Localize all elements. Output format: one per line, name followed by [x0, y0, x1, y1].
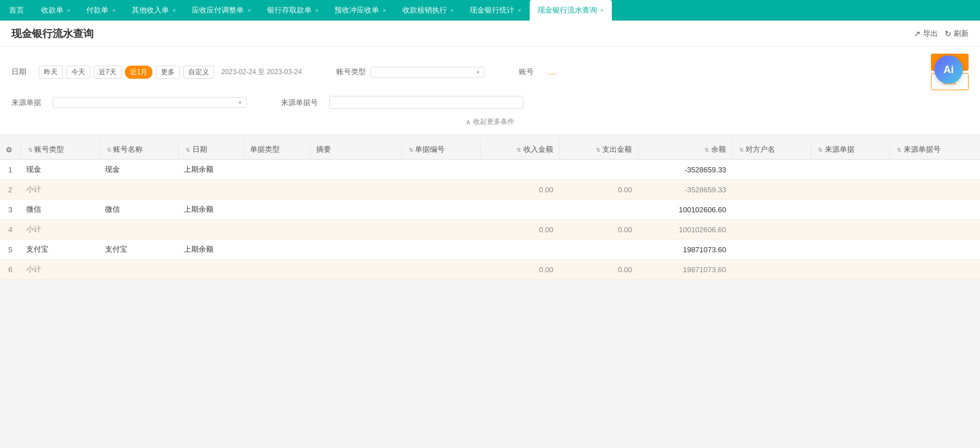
table-cell	[732, 200, 810, 220]
sort-icon: ⇅	[185, 147, 190, 153]
table-cell: 微信	[21, 200, 99, 220]
col-balance[interactable]: ⇅ 余额	[638, 140, 732, 160]
table-cell: 现金	[21, 160, 99, 180]
table-cell	[310, 240, 402, 260]
col-account-type[interactable]: ⇅ 账号类型	[21, 140, 99, 160]
table-cell: 0.00	[480, 180, 559, 200]
table-cell	[890, 240, 980, 260]
ai-assistant-button[interactable]: Ai	[934, 55, 963, 84]
table-cell	[890, 180, 980, 200]
table-body: 1现金现金上期余额-3528659.332小计0.000.00-3528659.…	[0, 160, 980, 280]
table-cell: -3528659.33	[638, 180, 732, 200]
source-doc-label: 来源单据	[11, 98, 41, 108]
date-btn-today[interactable]: 今天	[66, 66, 90, 79]
sort-icon: ⇅	[704, 147, 709, 153]
header-actions: ↗ 导出 ↻ 刷新	[914, 29, 969, 39]
table-row: 4小计0.000.00100102606.60	[0, 220, 980, 240]
close-icon[interactable]: ×	[247, 0, 251, 21]
col-doc-type[interactable]: 单据类型	[244, 140, 310, 160]
nav-tab-付款单[interactable]: 付款单 ×	[78, 0, 123, 21]
table-cell: 小计	[21, 260, 99, 280]
table-cell	[244, 220, 310, 240]
account-dots-button[interactable]: ...	[546, 67, 558, 77]
date-btn-1month[interactable]: 近1月	[125, 66, 153, 79]
table-cell: 小计	[21, 220, 99, 240]
col-expense[interactable]: ⇅ 支出金额	[559, 140, 638, 160]
export-button[interactable]: ↗ 导出	[914, 29, 938, 39]
table-cell	[244, 260, 310, 280]
table-cell: 19871073.60	[638, 240, 732, 260]
chevron-down-icon: ▾	[477, 69, 479, 75]
col-settings[interactable]: ⚙	[0, 140, 21, 160]
table-cell	[310, 260, 402, 280]
export-icon: ↗	[914, 29, 921, 38]
col-income[interactable]: ⇅ 收入金额	[480, 140, 559, 160]
close-icon[interactable]: ×	[450, 0, 454, 21]
nav-tab-收款单[interactable]: 收款单 ×	[33, 0, 78, 21]
col-counterpart[interactable]: ⇅ 对方户名	[732, 140, 810, 160]
filter-row-2: 来源单据 ▾ 来源单据号	[11, 96, 969, 109]
col-source-doc[interactable]: ⇅ 来源单据	[811, 140, 890, 160]
table-row: 3微信微信上期余额100102606.60	[0, 200, 980, 220]
source-doc-select[interactable]: ▾	[53, 97, 247, 108]
close-icon[interactable]: ×	[172, 0, 176, 21]
nav-tab-现金银行统计[interactable]: 现金银行统计 ×	[462, 0, 529, 21]
collapse-bar[interactable]: ∧ 收起更多条件	[11, 115, 969, 130]
table-cell: 0.00	[480, 220, 559, 240]
account-type-filter-group: 账号类型 ▾	[336, 67, 485, 78]
close-icon[interactable]: ×	[600, 0, 604, 21]
nav-tab-其他收入单[interactable]: 其他收入单 ×	[124, 0, 184, 21]
refresh-button[interactable]: ↻ 刷新	[945, 29, 969, 39]
date-btn-custom[interactable]: 自定义	[183, 66, 214, 79]
date-btn-yesterday[interactable]: 昨天	[39, 66, 63, 79]
close-icon[interactable]: ×	[382, 0, 386, 21]
nav-tab-预收冲应收单[interactable]: 预收冲应收单 ×	[326, 0, 394, 21]
col-account-name[interactable]: ⇅ 账号名称	[99, 140, 178, 160]
table-cell	[99, 220, 178, 240]
table-cell: 微信	[99, 200, 178, 220]
account-type-select[interactable]: ▾	[370, 67, 485, 78]
table-cell: 100102606.60	[638, 200, 732, 220]
table-cell	[244, 160, 310, 180]
table-cell: 支付宝	[99, 240, 178, 260]
table-cell	[559, 240, 638, 260]
nav-home[interactable]: 首页	[0, 0, 33, 21]
table-cell	[310, 160, 402, 180]
table-cell	[811, 200, 890, 220]
table-cell: 100102606.60	[638, 220, 732, 240]
account-filter-group: 账号 ...	[519, 67, 558, 77]
sort-icon: ⇅	[596, 147, 600, 153]
close-icon[interactable]: ×	[315, 0, 318, 21]
nav-tab-现金银行流水查询[interactable]: 现金银行流水查询 ×	[530, 0, 612, 21]
table-cell: 6	[0, 260, 21, 280]
table-cell	[480, 160, 559, 180]
nav-tab-银行存取款单[interactable]: 银行存取款单 ×	[259, 0, 326, 21]
table-cell	[559, 160, 638, 180]
source-doc-no-label: 来源单据号	[281, 98, 318, 108]
table-cell	[732, 220, 810, 240]
date-btn-more[interactable]: 更多	[156, 66, 180, 79]
nav-tab-应收应付调整单[interactable]: 应收应付调整单 ×	[184, 0, 259, 21]
table-area: ⚙ ⇅ 账号类型 ⇅ 账号名称 ⇅ 日期 单据类型 摘要	[0, 140, 980, 280]
col-source-doc-no[interactable]: ⇅ 来源单据号	[890, 140, 980, 160]
col-summary[interactable]: 摘要	[310, 140, 402, 160]
table-cell: 0.00	[559, 260, 638, 280]
table-cell	[890, 200, 980, 220]
sort-icon: ⇅	[107, 147, 111, 153]
col-date[interactable]: ⇅ 日期	[178, 140, 244, 160]
chevron-down-icon: ▾	[239, 99, 241, 106]
close-icon[interactable]: ×	[67, 0, 70, 21]
table-cell: 1	[0, 160, 21, 180]
filter-row-1: 日期 昨天 今天 近7天 近1月 更多 自定义 2023-02-24 至 202…	[11, 54, 969, 90]
table-cell	[401, 240, 480, 260]
date-btn-7days[interactable]: 近7天	[94, 66, 122, 79]
source-doc-no-input[interactable]	[329, 96, 523, 109]
table-cell	[244, 240, 310, 260]
nav-tab-收款核销执行[interactable]: 收款核销执行 ×	[394, 0, 462, 21]
col-doc-no[interactable]: ⇅ 单据编号	[401, 140, 480, 160]
table-cell	[732, 160, 810, 180]
table-cell: 4	[0, 220, 21, 240]
close-icon[interactable]: ×	[112, 0, 115, 21]
close-icon[interactable]: ×	[518, 0, 521, 21]
table-cell: 上期余额	[178, 240, 244, 260]
